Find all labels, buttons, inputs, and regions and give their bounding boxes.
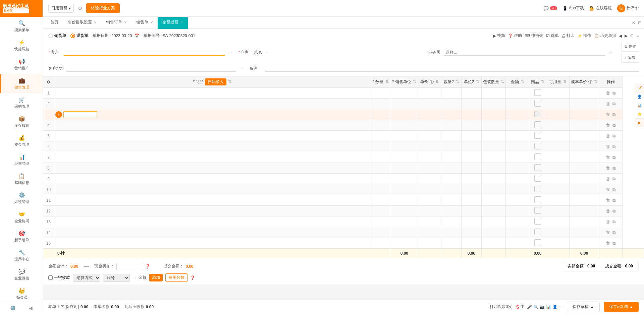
address-input[interactable]	[66, 65, 236, 72]
sidebar-item-search[interactable]: 🔍 搜索菜单	[0, 17, 43, 36]
product-cell-3[interactable]: +	[54, 109, 371, 120]
product-cell-6[interactable]	[54, 141, 371, 152]
expand-icon[interactable]: ⊡	[638, 20, 641, 25]
copy-icon-2[interactable]: ⧉	[612, 101, 615, 106]
copy-icon-5[interactable]: ⧉	[612, 133, 615, 138]
remark-input[interactable]	[265, 65, 639, 72]
delete-icon-15[interactable]: 🗑	[606, 241, 610, 246]
pack-qty-cell-6[interactable]	[482, 141, 506, 152]
pack-qty-cell-2[interactable]	[482, 99, 506, 109]
cost-cell-10[interactable]	[570, 184, 599, 195]
price-cell-2[interactable]	[418, 99, 441, 109]
online-service-item[interactable]: 💁 在线客服	[589, 5, 612, 11]
unit2-cell-13[interactable]	[462, 216, 482, 227]
sidebar-item-purchase[interactable]: 🛒 采购管理	[0, 93, 43, 112]
pack-qty-cell-4[interactable]	[482, 120, 506, 131]
sidebar-settings-icon[interactable]: ⚙️	[10, 305, 16, 311]
experience-button[interactable]: 体验行业方案	[86, 3, 120, 13]
history-action[interactable]: 📋 历史单据	[594, 33, 616, 39]
copy-icon-10[interactable]: ⧉	[612, 187, 615, 192]
unit2-cell-11[interactable]	[462, 195, 482, 206]
amount-cell-7[interactable]	[506, 152, 529, 163]
amount-cell-10[interactable]	[506, 184, 529, 195]
account-dots[interactable]: ···	[132, 275, 136, 280]
shortcut-action[interactable]: ⌨ 快捷键	[525, 33, 543, 39]
product-cell-5[interactable]	[54, 131, 371, 141]
tab-close-price-setting[interactable]: ✕	[94, 20, 97, 24]
cost-cell-9[interactable]	[570, 174, 599, 184]
sidebar-item-wechat[interactable]: 💬 企业微信	[0, 265, 43, 284]
gift-cell-2[interactable]	[529, 99, 546, 109]
qty2-cell-10[interactable]	[441, 184, 462, 195]
calc-method-select[interactable]: 结算方式	[73, 274, 100, 282]
delete-icon-14[interactable]: 🗑	[606, 230, 610, 235]
unit2-cell-9[interactable]	[462, 174, 482, 184]
address-dots[interactable]: ···	[239, 66, 243, 71]
right-panel-chart[interactable]: 📊	[635, 101, 644, 110]
gift-cell-6[interactable]	[529, 141, 546, 152]
sort-gift-icon[interactable]: ⇅	[541, 79, 544, 84]
amount-cell-15[interactable]	[506, 238, 529, 249]
copy-icon-6[interactable]: ⧉	[612, 144, 615, 149]
qty-cell-2[interactable]	[371, 99, 391, 109]
qty2-cell-15[interactable]	[441, 238, 462, 249]
save-draft-button[interactable]: 保存草稿 ▲	[567, 302, 600, 312]
cost-cell-1[interactable]	[570, 88, 599, 99]
tab-price-setting[interactable]: 售价提取设置✕	[63, 17, 101, 29]
mic-icon[interactable]: 🎤	[527, 305, 532, 309]
gift-checkbox-4[interactable]	[534, 121, 541, 128]
person-icon[interactable]: 👤	[552, 305, 557, 309]
help-action[interactable]: ❓ 帮助	[508, 33, 522, 39]
unit2-cell-6[interactable]	[462, 141, 482, 152]
cost-cell-5[interactable]	[570, 131, 599, 141]
sidebar-item-basic[interactable]: 📋 基础信息	[0, 170, 43, 189]
th-settings[interactable]: ⚙	[43, 76, 54, 88]
gift-cell-1[interactable]	[529, 88, 546, 99]
gift-checkbox-10[interactable]	[534, 186, 541, 192]
cost-cell-8[interactable]	[570, 163, 599, 174]
salesperson-dots[interactable]: ···	[608, 50, 612, 55]
price-cell-13[interactable]	[418, 216, 441, 227]
pack-qty-cell-3[interactable]	[482, 109, 506, 120]
qty2-cell-9[interactable]	[441, 174, 462, 184]
available-cell-10[interactable]	[546, 184, 570, 195]
right-panel-user[interactable]: 👤	[635, 92, 644, 101]
product-cell-14[interactable]	[54, 227, 371, 238]
gift-checkbox-11[interactable]	[534, 196, 541, 203]
scan-button[interactable]: 扫码录入	[205, 78, 226, 85]
amount-cell-4[interactable]	[506, 120, 529, 131]
add-row-btn[interactable]: +	[55, 111, 62, 118]
unit2-cell-1[interactable]	[462, 88, 482, 99]
sort-amount-icon[interactable]: ⇅	[521, 79, 524, 84]
customer-dots[interactable]: ···	[228, 50, 232, 55]
product-cell-2[interactable]	[54, 99, 371, 109]
delete-icon-9[interactable]: 🗑	[606, 176, 610, 181]
video-action[interactable]: ▶ 视频	[493, 33, 505, 39]
unit-cell-2[interactable]	[391, 99, 418, 109]
available-cell-9[interactable]	[546, 174, 570, 184]
pack-qty-cell-7[interactable]	[482, 152, 506, 163]
unit-cell-5[interactable]	[391, 131, 418, 141]
fee-split-button[interactable]: 费用分摊	[165, 273, 187, 282]
pack-qty-cell-13[interactable]	[482, 216, 506, 227]
cost-cell-14[interactable]	[570, 227, 599, 238]
qty2-cell-4[interactable]	[441, 120, 462, 131]
product-cell-7[interactable]	[54, 152, 371, 163]
next-icon[interactable]: ▶	[625, 34, 628, 38]
gift-checkbox-1[interactable]	[534, 89, 541, 96]
price-cell-9[interactable]	[418, 174, 441, 184]
price-cell-8[interactable]	[418, 163, 441, 174]
sidebar-item-newbie[interactable]: 🎯 新手引导	[0, 227, 43, 246]
delete-icon-1[interactable]: 🗑	[606, 90, 610, 96]
amount-cell-11[interactable]	[506, 195, 529, 206]
unit-cell-7[interactable]	[391, 152, 418, 163]
cost-cell-3[interactable]	[570, 109, 599, 120]
account-select[interactable]: 账号	[103, 274, 130, 282]
copy-icon-3[interactable]: ⧉	[612, 112, 615, 117]
camera-icon[interactable]: 📷	[540, 305, 545, 309]
delete-icon-5[interactable]: 🗑	[606, 133, 610, 138]
product-cell-15[interactable]	[54, 238, 371, 249]
product-cell-9[interactable]	[54, 174, 371, 184]
unit2-cell-8[interactable]	[462, 163, 482, 174]
one-click-checkbox[interactable]	[48, 275, 53, 280]
